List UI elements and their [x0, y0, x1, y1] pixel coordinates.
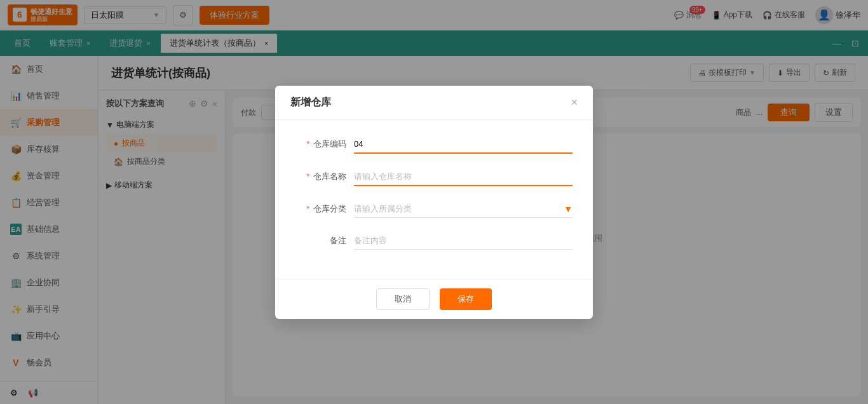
- modal-overlay[interactable]: 新增仓库 × * 仓库编码 * 仓库名称: [0, 0, 868, 404]
- warehouse-name-input[interactable]: [354, 168, 573, 186]
- modal-title: 新增仓库: [290, 96, 331, 109]
- warehouse-name-label: * 仓库名称: [295, 171, 346, 182]
- warehouse-code-input[interactable]: [354, 135, 573, 154]
- required-star-code: *: [306, 139, 309, 149]
- required-star-category: *: [306, 204, 309, 213]
- modal-header: 新增仓库 ×: [275, 86, 593, 120]
- notes-input[interactable]: [354, 232, 573, 250]
- cancel-button[interactable]: 取消: [376, 288, 430, 310]
- warehouse-category-row: * 仓库分类 请输入所属分类 ▼: [295, 200, 573, 218]
- required-star-name: *: [306, 172, 309, 181]
- notes-row: 备注: [295, 232, 573, 250]
- modal-footer: 取消 保存: [275, 279, 593, 319]
- warehouse-category-select[interactable]: 请输入所属分类: [354, 200, 573, 218]
- modal-body: * 仓库编码 * 仓库名称 * 仓库分类: [275, 120, 593, 279]
- warehouse-category-wrap: 请输入所属分类 ▼: [354, 200, 573, 218]
- warehouse-category-label: * 仓库分类: [295, 203, 346, 215]
- modal-close-button[interactable]: ×: [571, 97, 578, 108]
- notes-label: 备注: [295, 235, 346, 246]
- warehouse-name-row: * 仓库名称: [295, 168, 573, 186]
- add-warehouse-modal: 新增仓库 × * 仓库编码 * 仓库名称: [275, 86, 593, 319]
- warehouse-code-row: * 仓库编码: [295, 135, 573, 154]
- warehouse-code-label: * 仓库编码: [295, 138, 346, 150]
- save-button[interactable]: 保存: [440, 288, 492, 310]
